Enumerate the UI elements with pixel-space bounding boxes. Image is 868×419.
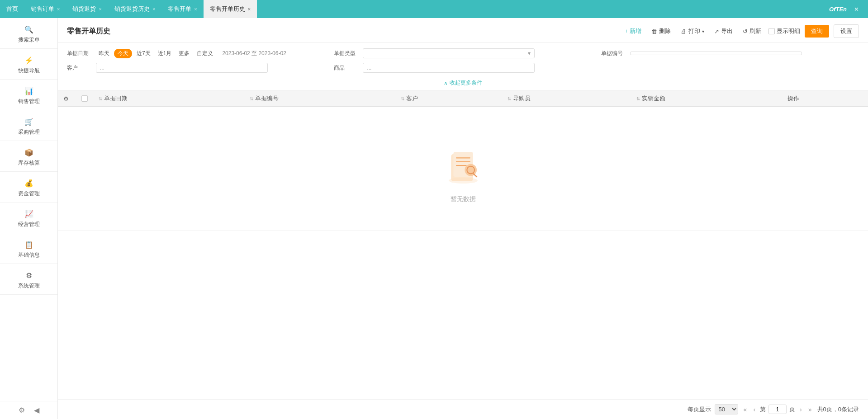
print-dropdown-icon: ▾: [702, 29, 704, 34]
date-range: 2023-06-02 至 2023-06-02: [222, 50, 286, 57]
sidebar-item-quicknav[interactable]: ⚡快捷导航: [0, 49, 57, 80]
date-option-更多[interactable]: 更多: [176, 49, 192, 58]
per-page-select[interactable]: 102050100: [715, 404, 738, 414]
sidebar-item-basicinfo[interactable]: 📋基础信息: [0, 233, 57, 264]
tab-sales-return[interactable]: 销货退货×: [66, 0, 108, 18]
col-header-number[interactable]: 单据编号: [244, 91, 395, 107]
sidebar-label-inventory: 库存核算: [18, 159, 40, 167]
refresh-icon: ↺: [743, 28, 748, 35]
tab-close-sales-order[interactable]: ×: [57, 6, 60, 12]
filter-row-2: 客户 ... 商品 ...: [67, 63, 859, 73]
tab-retail-order[interactable]: 零售开单×: [161, 0, 203, 18]
sidebar-collapse-icon[interactable]: ◀: [34, 406, 39, 414]
add-button[interactable]: + 新增: [622, 25, 644, 37]
prev-page-btn[interactable]: ‹: [751, 405, 757, 414]
pagination: 每页显示 102050100 « ‹ 第 页 › » 共0页，0条记录: [58, 399, 868, 419]
date-option-今天[interactable]: 今天: [114, 49, 132, 58]
sidebar-label-purchase: 采购管理: [18, 128, 40, 136]
tab-close-retail-order[interactable]: ×: [194, 6, 197, 12]
export-icon: ↗: [714, 28, 719, 35]
delete-button[interactable]: 🗑 删除: [649, 25, 674, 37]
col-header-settings: ⚙: [58, 91, 76, 107]
sidebar-item-system[interactable]: ⚙系统管理: [0, 264, 57, 295]
window-close-button[interactable]: ✕: [852, 6, 861, 13]
tab-retail-order-history[interactable]: 零售开单历史×: [204, 0, 257, 18]
nav-icon: ⚡: [24, 55, 34, 65]
first-page-btn[interactable]: «: [742, 405, 749, 414]
sidebar-item-sales[interactable]: 📊销售管理: [0, 80, 57, 110]
svg-line-8: [473, 174, 477, 177]
empty-text: 暂无数据: [451, 195, 476, 203]
sidebar-label-basicinfo: 基础信息: [18, 251, 40, 259]
col-header-amount[interactable]: 实销金额: [631, 91, 782, 107]
settings-btn[interactable]: 设置: [834, 24, 859, 38]
page-unit: 页: [789, 405, 795, 414]
customer-input[interactable]: ...: [96, 63, 268, 73]
delete-icon: 🗑: [651, 28, 657, 35]
number-filter-label: 单据编号: [601, 50, 626, 57]
finance-icon: 💰: [24, 178, 34, 188]
tab-close-retail-order-history[interactable]: ×: [248, 6, 251, 12]
system-icon: ⚙: [24, 270, 34, 280]
sidebar-item-search[interactable]: 🔍搜索采单: [0, 18, 57, 49]
print-button[interactable]: 🖨 打印 ▾: [678, 25, 707, 37]
refresh-button[interactable]: ↺ 刷新: [740, 25, 764, 37]
sidebar-item-finance[interactable]: 💰资金管理: [0, 172, 57, 202]
per-page-label: 每页显示: [688, 405, 711, 414]
query-button[interactable]: 查询: [805, 25, 829, 38]
page-title: 零售开单历史: [67, 27, 110, 36]
sidebar-label-system: 系统管理: [18, 282, 40, 290]
sidebar-item-purchase[interactable]: 🛒采购管理: [0, 110, 57, 141]
sidebar-item-inventory[interactable]: 📦库存核算: [0, 141, 57, 172]
page-input[interactable]: [768, 405, 787, 414]
page-header: 零售开单历史 + 新增 🗑 删除 🖨 打印 ▾ ↗ 导出 ↺: [58, 18, 868, 43]
sidebar-bottom: ⚙ ◀: [0, 401, 57, 419]
type-filter-label: 单据类型: [334, 50, 359, 57]
sidebar-settings-icon[interactable]: ⚙: [19, 406, 25, 414]
header-actions: + 新增 🗑 删除 🖨 打印 ▾ ↗ 导出 ↺ 刷新: [622, 24, 859, 38]
collapse-icon: ∧: [444, 80, 448, 86]
sidebar-label-sales: 销售管理: [18, 98, 40, 105]
top-nav-right: OfTEn ✕: [829, 6, 868, 13]
content-area: 零售开单历史 + 新增 🗑 删除 🖨 打印 ▾ ↗ 导出 ↺: [58, 18, 868, 419]
export-button[interactable]: ↗ 导出: [711, 25, 735, 37]
next-page-btn[interactable]: ›: [798, 405, 804, 414]
settings-gear-icon[interactable]: ⚙: [63, 95, 69, 102]
date-option-近1月[interactable]: 近1月: [155, 49, 175, 58]
number-input[interactable]: [630, 52, 802, 55]
date-option-自定义[interactable]: 自定义: [194, 49, 216, 58]
date-option-近7天[interactable]: 近7天: [134, 49, 153, 58]
tab-close-sales-return-history[interactable]: ×: [152, 6, 155, 12]
col-header-salesperson[interactable]: 导购员: [502, 91, 631, 107]
sidebar-item-operations[interactable]: 📈经营管理: [0, 202, 57, 233]
tab-home[interactable]: 首页: [0, 0, 24, 18]
select-all-checkbox[interactable]: [81, 95, 88, 102]
date-options: 昨天今天近7天近1月更多自定义: [96, 49, 216, 58]
tab-sales-order[interactable]: 销售订单×: [24, 0, 66, 18]
customer-filter-label: 客户: [67, 64, 92, 72]
sales-icon: 📊: [24, 86, 34, 96]
main-layout: 🔍搜索采单⚡快捷导航📊销售管理🛒采购管理📦库存核算💰资金管理📈经营管理📋基础信息…: [0, 18, 868, 419]
empty-illustration: [441, 143, 486, 188]
goods-filter-field: 商品 ...: [334, 63, 592, 73]
goods-input[interactable]: ...: [363, 63, 535, 73]
inventory-icon: 📦: [24, 147, 34, 157]
collapse-conditions[interactable]: ∧ 收起更多条件: [67, 77, 859, 87]
sidebar-label-quicknav: 快捷导航: [18, 67, 40, 75]
tab-close-sales-return[interactable]: ×: [99, 6, 101, 12]
basicinfo-icon: 📋: [24, 240, 34, 250]
print-icon: 🖨: [681, 28, 687, 35]
type-filter-field: 单据类型 ▾: [334, 48, 592, 58]
type-select[interactable]: ▾: [363, 48, 535, 58]
last-page-btn[interactable]: »: [806, 405, 814, 414]
col-header-customer[interactable]: 客户: [395, 91, 502, 107]
display-toggle[interactable]: 显示明细: [768, 27, 800, 35]
date-option-昨天[interactable]: 昨天: [96, 49, 112, 58]
tab-sales-return-history[interactable]: 销货退货历史×: [108, 0, 161, 18]
page-nav: « ‹ 第 页 › »: [742, 405, 814, 414]
display-checkbox[interactable]: [768, 28, 775, 34]
filter-row-1: 单据日期 昨天今天近7天近1月更多自定义 2023-06-02 至 2023-0…: [67, 48, 859, 58]
operations-icon: 📈: [24, 209, 34, 219]
table-area: ⚙单据日期单据编号客户导购员实销金额操作: [58, 91, 868, 399]
col-header-date[interactable]: 单据日期: [93, 91, 244, 107]
